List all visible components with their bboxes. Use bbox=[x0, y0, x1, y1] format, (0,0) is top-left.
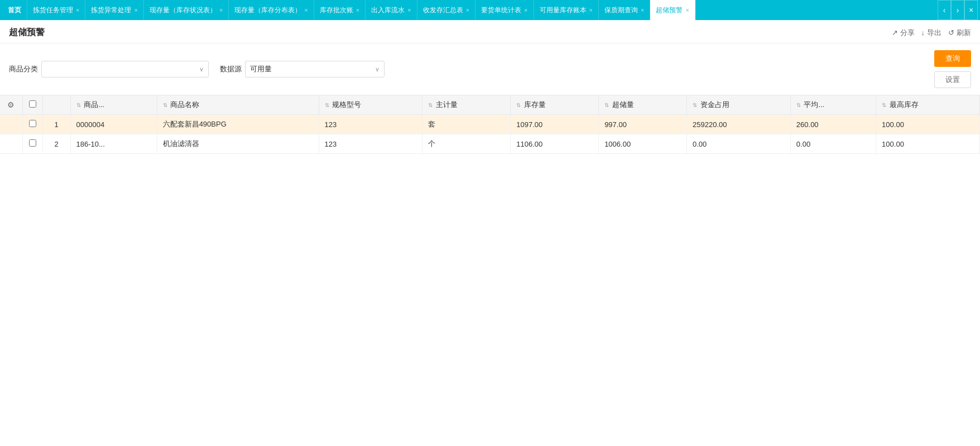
col-unit-header: ⇅ 主计量 bbox=[422, 95, 511, 115]
row-spec-cell: 123 bbox=[319, 115, 422, 134]
close-tab-in-out-flow[interactable]: × bbox=[407, 7, 411, 13]
nav-close-button[interactable]: × bbox=[964, 0, 978, 20]
nav-tab-inventory-dist[interactable]: 现存量（库存分布表）× bbox=[229, 0, 314, 20]
row-checkbox-1[interactable] bbox=[29, 139, 36, 147]
row-index-cell: 1 bbox=[42, 115, 70, 134]
category-select[interactable]: ∨ bbox=[41, 61, 209, 77]
export-icon: ↓ bbox=[921, 28, 925, 37]
datasource-label: 数据源 bbox=[220, 64, 242, 74]
col-capital-header: ⇅ 资金占用 bbox=[687, 95, 791, 115]
settings-button[interactable]: 设置 bbox=[934, 71, 971, 88]
row-overstock-cell: 1006.00 bbox=[599, 134, 687, 154]
page-actions: ↗ 分享 ↓ 导出 ↺ 刷新 bbox=[892, 28, 972, 38]
nav-prev-button[interactable]: ‹ bbox=[938, 0, 951, 20]
row-unit-cell: 套 bbox=[422, 115, 511, 134]
nav-tab-abnormal-process[interactable]: 拣货异常处理× bbox=[85, 0, 143, 20]
row-max-inventory-cell: 100.00 bbox=[876, 134, 980, 154]
col-select-all bbox=[22, 95, 42, 115]
col-max-inventory-header: ⇅ 最高库存 bbox=[876, 95, 980, 115]
row-spec-cell: 123 bbox=[319, 134, 422, 154]
sort-icon-product-name: ⇅ bbox=[163, 102, 167, 108]
sort-icon-overstock: ⇅ bbox=[604, 102, 609, 108]
data-table: ⚙ ⇅ 商品... ⇅ 商品名称 ⇅ bbox=[0, 95, 980, 154]
row-checkbox-cell bbox=[22, 115, 42, 134]
row-index-cell: 2 bbox=[42, 134, 70, 154]
nav-tab-avail-inventory[interactable]: 可用量库存账本× bbox=[534, 0, 599, 20]
row-inventory-cell: 1106.00 bbox=[511, 134, 599, 154]
col-spec-header: ⇅ 规格型号 bbox=[319, 95, 422, 115]
row-settings-cell bbox=[0, 134, 22, 154]
nav-tab-task-mgmt[interactable]: 拣货任务管理× bbox=[27, 0, 85, 20]
sort-icon-unit: ⇅ bbox=[428, 102, 433, 108]
nav-tab-inventory-batch[interactable]: 库存批次账× bbox=[314, 0, 366, 20]
close-tab-abnormal-process[interactable]: × bbox=[134, 7, 137, 13]
row-avg-cell: 0.00 bbox=[790, 134, 876, 154]
col-product-name-header: ⇅ 商品名称 bbox=[157, 95, 319, 115]
row-settings-cell bbox=[0, 115, 22, 134]
row-avg-cell: 260.00 bbox=[790, 115, 876, 134]
top-nav: 首页拣货任务管理×拣货异常处理×现存量（库存状况表）×现存量（库存分布表）×库存… bbox=[0, 0, 980, 20]
row-checkbox-cell bbox=[22, 134, 42, 154]
refresh-link[interactable]: ↺ 刷新 bbox=[948, 28, 971, 38]
nav-tab-recv-send-summary[interactable]: 收发存汇总表× bbox=[417, 0, 475, 20]
row-capital-cell: 259220.00 bbox=[687, 115, 791, 134]
sort-icon-inventory: ⇅ bbox=[516, 102, 521, 108]
col-overstock-header: ⇅ 超储量 bbox=[599, 95, 687, 115]
row-max-inventory-cell: 100.00 bbox=[876, 115, 980, 134]
nav-tab-order-stats[interactable]: 要货单统计表× bbox=[475, 0, 534, 20]
page-header: 超储预警 ↗ 分享 ↓ 导出 ↺ 刷新 bbox=[0, 20, 980, 43]
row-overstock-cell: 997.00 bbox=[599, 115, 687, 134]
filter-buttons: 查询 设置 bbox=[934, 50, 971, 88]
datasource-select[interactable]: 可用量 ∨ bbox=[245, 61, 385, 77]
sort-icon-spec: ⇅ bbox=[325, 102, 329, 108]
sort-icon-capital: ⇅ bbox=[693, 102, 697, 108]
share-link[interactable]: ↗ 分享 bbox=[892, 28, 915, 38]
row-checkbox-0[interactable] bbox=[29, 120, 36, 127]
row-capital-cell: 0.00 bbox=[687, 134, 791, 154]
nav-arrows: ‹ › × bbox=[938, 0, 978, 20]
close-tab-avail-inventory[interactable]: × bbox=[589, 7, 593, 13]
close-tab-inventory-status[interactable]: × bbox=[219, 7, 223, 13]
close-tab-task-mgmt[interactable]: × bbox=[76, 7, 79, 13]
row-product-code-cell: 186-10... bbox=[70, 134, 157, 154]
page-title: 超储预警 bbox=[9, 27, 45, 38]
filter-bar: 商品分类 ∨ 数据源 可用量 ∨ 查询 设置 bbox=[0, 43, 980, 95]
share-icon: ↗ bbox=[892, 28, 898, 37]
nav-next-button[interactable]: › bbox=[951, 0, 964, 20]
close-tab-inventory-dist[interactable]: × bbox=[304, 7, 308, 13]
close-tab-overstock-warning[interactable]: × bbox=[685, 7, 689, 13]
col-inventory-header: ⇅ 库存量 bbox=[511, 95, 599, 115]
row-product-code-cell: 0000004 bbox=[70, 115, 157, 134]
nav-tab-overstock-warning[interactable]: 超储预警× bbox=[650, 0, 695, 20]
datasource-filter: 数据源 可用量 ∨ bbox=[220, 61, 385, 77]
refresh-icon: ↺ bbox=[948, 28, 954, 37]
sort-icon-avg: ⇅ bbox=[796, 102, 801, 108]
nav-tab-inventory-status[interactable]: 现存量（库存状况表）× bbox=[144, 0, 229, 20]
export-label: 导出 bbox=[927, 28, 941, 38]
col-index-header bbox=[42, 95, 70, 115]
table-row: 2 186-10... 机油滤清器 123 个 1106.00 1006.00 … bbox=[0, 134, 980, 154]
category-arrow-icon: ∨ bbox=[199, 66, 204, 73]
datasource-value: 可用量 bbox=[250, 64, 272, 74]
nav-tab-home[interactable]: 首页 bbox=[2, 0, 27, 20]
select-all-checkbox[interactable] bbox=[29, 100, 36, 108]
refresh-label: 刷新 bbox=[957, 28, 971, 38]
close-tab-recv-send-summary[interactable]: × bbox=[466, 7, 469, 13]
query-button[interactable]: 查询 bbox=[934, 50, 971, 67]
nav-tab-in-out-flow[interactable]: 出入库流水× bbox=[366, 0, 417, 20]
row-inventory-cell: 1097.00 bbox=[511, 115, 599, 134]
col-settings: ⚙ bbox=[0, 95, 22, 115]
close-tab-quality-period[interactable]: × bbox=[641, 7, 644, 13]
close-tab-inventory-batch[interactable]: × bbox=[356, 7, 359, 13]
column-settings-icon[interactable]: ⚙ bbox=[7, 100, 15, 109]
nav-tab-quality-period[interactable]: 保质期查询× bbox=[599, 0, 650, 20]
row-unit-cell: 个 bbox=[422, 134, 511, 154]
category-label: 商品分类 bbox=[9, 64, 38, 74]
table-container: ⚙ ⇅ 商品... ⇅ 商品名称 ⇅ bbox=[0, 95, 980, 154]
table-header-row: ⚙ ⇅ 商品... ⇅ 商品名称 ⇅ bbox=[0, 95, 980, 115]
sort-icon-product-code: ⇅ bbox=[76, 102, 81, 108]
export-link[interactable]: ↓ 导出 bbox=[921, 28, 942, 38]
share-label: 分享 bbox=[900, 28, 915, 38]
col-avg-header: ⇅ 平均... bbox=[790, 95, 876, 115]
close-tab-order-stats[interactable]: × bbox=[524, 7, 527, 13]
